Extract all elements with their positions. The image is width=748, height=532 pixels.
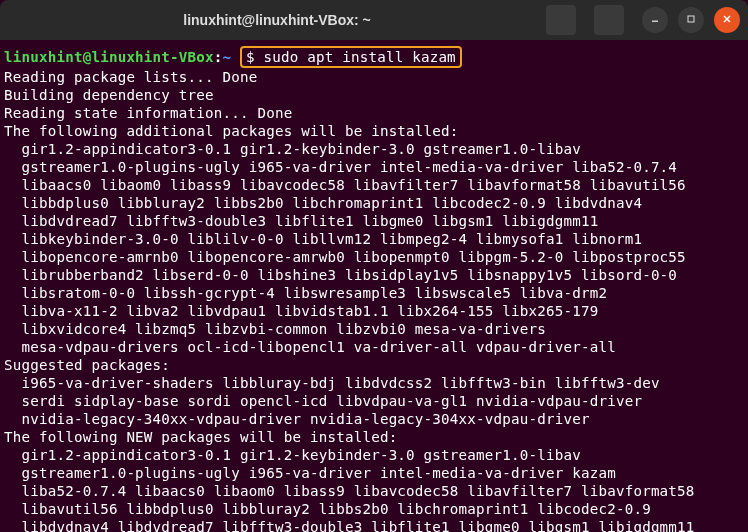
prompt-user-host: linuxhint@linuxhint-VBox xyxy=(4,49,214,65)
output-line: libaacs0 libaom0 libass9 libavcodec58 li… xyxy=(4,176,744,194)
output-line: The following NEW packages will be insta… xyxy=(4,428,744,446)
window-title: linuxhint@linuxhint-VBox: ~ xyxy=(8,12,546,28)
output-line: gstreamer1.0-plugins-ugly i965-va-driver… xyxy=(4,158,744,176)
minimize-icon xyxy=(649,12,661,28)
output-line: libdvdnav4 libdvdread7 libfftw3-double3 … xyxy=(4,518,744,532)
titlebar-controls xyxy=(546,5,740,35)
close-button[interactable] xyxy=(714,7,740,33)
output-line: libopencore-amrnb0 libopencore-amrwb0 li… xyxy=(4,248,744,266)
prompt-line: linuxhint@linuxhint-VBox:~ $ sudo apt in… xyxy=(4,46,744,68)
output-line: libva-x11-2 libva2 libvdpau1 libvidstab1… xyxy=(4,302,744,320)
output-line: Building dependency tree xyxy=(4,86,744,104)
output-line: Suggested packages: xyxy=(4,356,744,374)
output-line: gir1.2-appindicator3-0.1 gir1.2-keybinde… xyxy=(4,140,744,158)
output-line: gstreamer1.0-plugins-ugly i965-va-driver… xyxy=(4,464,744,482)
minimize-button[interactable] xyxy=(642,7,668,33)
output-line: serdi sidplay-base sordi opencl-icd libv… xyxy=(4,392,744,410)
titlebar: linuxhint@linuxhint-VBox: ~ xyxy=(0,0,748,40)
menu-button[interactable] xyxy=(594,5,624,35)
output-line: libbdplus0 libbluray2 libbs2b0 libchroma… xyxy=(4,194,744,212)
maximize-button[interactable] xyxy=(678,7,704,33)
svg-rect-6 xyxy=(688,16,694,22)
prompt-path: ~ xyxy=(223,49,232,65)
maximize-icon xyxy=(685,12,697,28)
output-line: i965-va-driver-shaders libbluray-bdj lib… xyxy=(4,374,744,392)
output-line: Reading package lists... Done xyxy=(4,68,744,86)
output-line: libxvidcore4 libzmq5 libzvbi-common libz… xyxy=(4,320,744,338)
output-line: nvidia-legacy-340xx-vdpau-driver nvidia-… xyxy=(4,410,744,428)
output-line: Reading state information... Done xyxy=(4,104,744,122)
output-line: libsratom-0-0 libssh-gcrypt-4 libswresam… xyxy=(4,284,744,302)
output-line: gir1.2-appindicator3-0.1 gir1.2-keybinde… xyxy=(4,446,744,464)
terminal-area[interactable]: linuxhint@linuxhint-VBox:~ $ sudo apt in… xyxy=(0,40,748,532)
output-line: The following additional packages will b… xyxy=(4,122,744,140)
prompt-separator: : xyxy=(214,49,223,65)
output-line: libdvdread7 libfftw3-double3 libflite1 l… xyxy=(4,212,744,230)
output-line: mesa-vdpau-drivers ocl-icd-libopencl1 va… xyxy=(4,338,744,356)
close-icon xyxy=(721,12,733,28)
output-line: libavutil56 libbdplus0 libbluray2 libbs2… xyxy=(4,500,744,518)
output-line: libkeybinder-3.0-0 liblilv-0-0 libllvm12… xyxy=(4,230,744,248)
command-highlight: $ sudo apt install kazam xyxy=(240,46,462,68)
terminal-output: Reading package lists... DoneBuilding de… xyxy=(4,68,744,532)
output-line: librubberband2 libserd-0-0 libshine3 lib… xyxy=(4,266,744,284)
search-button[interactable] xyxy=(546,5,576,35)
output-line: liba52-0.7.4 libaacs0 libaom0 libass9 li… xyxy=(4,482,744,500)
